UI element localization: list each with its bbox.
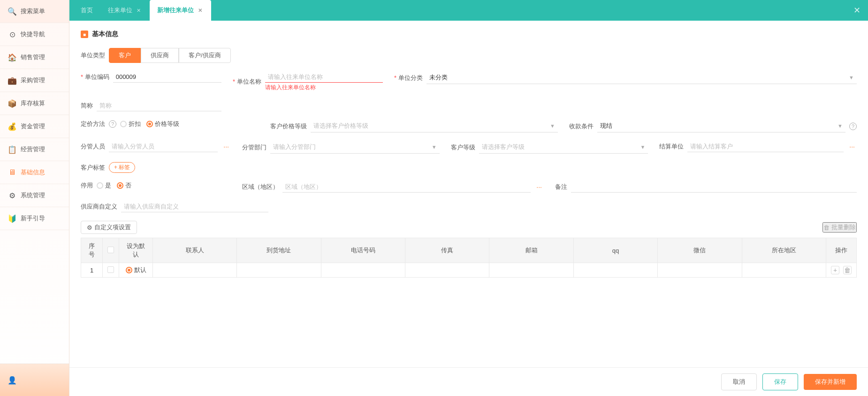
shortname-input[interactable] xyxy=(97,100,221,111)
form-row-tags: 客户标签 + 标签 xyxy=(81,162,857,173)
col-checkbox[interactable] xyxy=(103,238,119,263)
qq-input[interactable] xyxy=(579,267,653,274)
contact-input[interactable] xyxy=(158,267,232,274)
type-btn-customer[interactable]: 客户 xyxy=(109,48,141,63)
email-input[interactable] xyxy=(494,267,568,274)
name-input[interactable] xyxy=(265,71,383,83)
payment-help-icon[interactable]: ? xyxy=(849,123,857,130)
pricing-radio-discount[interactable]: 折扣 xyxy=(120,120,141,128)
batch-delete-btn[interactable]: 🗑 批量删除 xyxy=(822,222,857,233)
sidebar-item-inventory[interactable]: 📦 库存核算 xyxy=(0,92,69,115)
name-error-msg: 请输入往来单位名称 xyxy=(265,84,383,92)
delete-row-btn[interactable]: 🗑 xyxy=(843,266,852,274)
tag-add-btn[interactable]: + 标签 xyxy=(109,162,135,173)
dept-value: 请输入分管部门 xyxy=(273,143,430,151)
wechat-input[interactable] xyxy=(662,267,737,274)
customer-level-label: 客户等级 xyxy=(451,143,475,152)
code-input[interactable] xyxy=(113,71,221,83)
system-icon: ⚙ xyxy=(8,191,17,200)
address-input[interactable] xyxy=(242,267,316,274)
sidebar-item-label: 快捷导航 xyxy=(21,30,45,39)
category-select[interactable]: 未分类 ▼ xyxy=(426,71,857,84)
tab-add-partner[interactable]: 新增往来单位 ✕ xyxy=(150,0,211,21)
save-button[interactable]: 保存 xyxy=(762,373,798,390)
category-label: 单位分类 xyxy=(394,74,423,82)
select-all-checkbox[interactable] xyxy=(107,247,114,253)
disable-radio-no[interactable]: 否 xyxy=(117,181,131,190)
content-area: ■ 基本信息 单位类型 客户 供应商 客户/供应商 单位编码 单位名称 xyxy=(69,21,868,367)
save-new-button[interactable]: 保存并新增 xyxy=(804,374,857,390)
sidebar-item-search[interactable]: 🔍 搜索菜单 xyxy=(0,0,69,23)
sidebar-item-finance[interactable]: 💰 资金管理 xyxy=(0,115,69,138)
cell-email[interactable] xyxy=(489,263,573,278)
pricing-radio-grade[interactable]: 价格等级 xyxy=(146,120,179,128)
phone-input[interactable] xyxy=(326,267,400,274)
tab-bar-close-btn[interactable]: ✕ xyxy=(850,3,864,17)
remark-input[interactable] xyxy=(571,181,857,193)
supplier-custom-input[interactable] xyxy=(121,201,268,212)
customer-level-select[interactable]: 请选择客户等级 ▼ xyxy=(479,141,648,154)
sidebar-item-system[interactable]: ⚙ 系统管理 xyxy=(0,184,69,207)
sidebar: 🔍 搜索菜单 ⊙ 快捷导航 🏠 销售管理 💼 采购管理 📦 库存核算 💰 资金管… xyxy=(0,0,69,396)
settlement-input[interactable] xyxy=(687,141,844,152)
customer-grade-select[interactable]: 请选择客户价格等级 ▼ xyxy=(311,120,558,132)
sales-icon: 🏠 xyxy=(8,53,17,62)
manager-more-btn[interactable]: ··· xyxy=(221,143,231,150)
default-radio[interactable]: 默认 xyxy=(124,266,148,274)
field-pricing: 定价方法 ? 折扣 价格等级 xyxy=(81,120,259,128)
dept-select[interactable]: 请输入分管部门 ▼ xyxy=(270,141,440,154)
cell-wechat[interactable] xyxy=(658,263,742,278)
disable-radio-group: 是 否 xyxy=(97,181,131,190)
sidebar-item-label: 采购管理 xyxy=(21,76,45,85)
sidebar-item-purchase[interactable]: 💼 采购管理 xyxy=(0,69,69,92)
type-label: 单位类型 xyxy=(81,51,105,60)
sidebar-item-label: 搜索菜单 xyxy=(21,7,45,16)
tab-close-partners[interactable]: ✕ xyxy=(135,7,142,14)
payment-select[interactable]: 现结 ▼ xyxy=(597,120,845,132)
add-row-btn[interactable]: + xyxy=(831,266,839,274)
col-contact: 联系人 xyxy=(152,238,236,263)
sidebar-item-sales[interactable]: 🏠 销售管理 xyxy=(0,46,69,69)
sidebar-item-quicknav[interactable]: ⊙ 快捷导航 xyxy=(0,23,69,46)
cell-checkbox[interactable] xyxy=(103,263,119,278)
pricing-help-icon[interactable]: ? xyxy=(109,120,116,128)
col-action: 操作 xyxy=(826,238,856,263)
region-more-btn[interactable]: ··· xyxy=(534,183,544,191)
basic-icon: 🖥 xyxy=(8,168,17,177)
settlement-more-btn[interactable]: ··· xyxy=(847,143,857,150)
region-input[interactable] xyxy=(282,181,531,193)
cell-contact[interactable] xyxy=(152,263,236,278)
payment-value: 现结 xyxy=(600,122,836,130)
cell-region[interactable] xyxy=(742,263,826,278)
custom-settings-btn[interactable]: ⚙ 自定义项设置 xyxy=(81,221,137,234)
sidebar-item-newbie[interactable]: 🔰 新手引导 xyxy=(0,207,69,230)
tab-close-add-partner[interactable]: ✕ xyxy=(197,7,204,14)
pricing-option-grade: 价格等级 xyxy=(155,120,179,128)
cancel-button[interactable]: 取消 xyxy=(721,373,757,390)
manager-input[interactable] xyxy=(109,141,218,152)
contacts-table: 序号 设为默认 联系人 到货地址 电话号码 传真 邮箱 qq 微信 所在地区 操… xyxy=(81,238,857,278)
type-btn-supplier[interactable]: 供应商 xyxy=(141,48,179,63)
form-row-disable: 停用 是 否 区域（地区） ··· 备注 xyxy=(81,181,857,193)
cell-address[interactable] xyxy=(237,263,321,278)
row-checkbox[interactable] xyxy=(107,266,114,273)
sidebar-user[interactable]: 👤 xyxy=(0,369,69,391)
dept-arrow: ▼ xyxy=(432,144,437,150)
sidebar-item-basic[interactable]: 🖥 基础信息 xyxy=(0,161,69,184)
field-supplier-custom: 供应商自定义 xyxy=(81,201,268,212)
section-icon: ■ xyxy=(81,31,88,38)
type-btn-both[interactable]: 客户/供应商 xyxy=(179,48,231,63)
cell-fax[interactable] xyxy=(405,263,489,278)
region-cell-input[interactable] xyxy=(747,267,821,274)
tab-home[interactable]: 首页 xyxy=(73,0,100,21)
tab-partners[interactable]: 往来单位 ✕ xyxy=(100,0,150,21)
cell-phone[interactable] xyxy=(321,263,405,278)
disable-radio-yes[interactable]: 是 xyxy=(97,181,111,190)
sidebar-item-operations[interactable]: 📋 经营管理 xyxy=(0,138,69,161)
quicknav-icon: ⊙ xyxy=(8,30,17,39)
field-customer-grade: 客户价格等级 请选择客户价格等级 ▼ xyxy=(270,120,558,132)
fax-input[interactable] xyxy=(410,267,484,274)
form-row-shortname: 简称 xyxy=(81,100,857,111)
cell-qq[interactable] xyxy=(573,263,657,278)
cell-default[interactable]: 默认 xyxy=(119,263,153,278)
